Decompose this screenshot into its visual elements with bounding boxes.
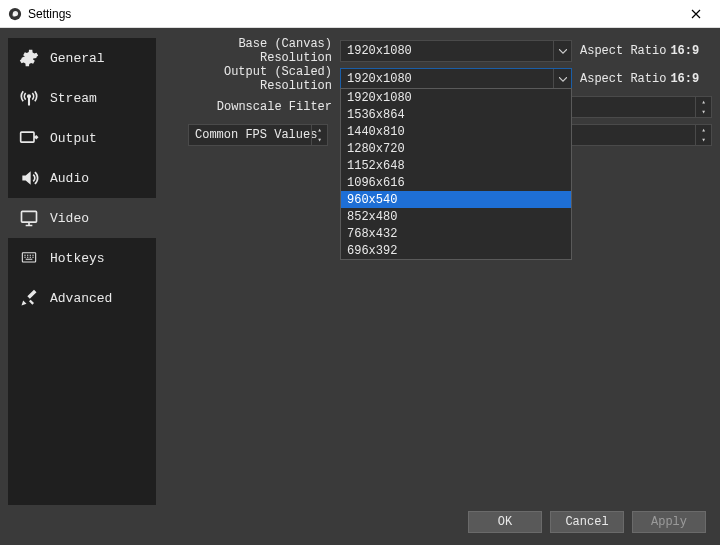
spinner-buttons[interactable]: ▴▾ — [695, 97, 711, 117]
sidebar-item-label: Audio — [50, 171, 89, 186]
svg-point-2 — [12, 13, 16, 17]
sidebar-item-advanced[interactable]: Advanced — [8, 278, 156, 318]
settings-panel-video: Base (Canvas) Resolution 1920x1080 Aspec… — [162, 38, 712, 505]
dropdown-option[interactable]: 1280x720 — [341, 140, 571, 157]
sidebar-item-label: General — [50, 51, 105, 66]
fps-mode-label: Common FPS Values — [195, 128, 317, 142]
dropdown-option[interactable]: 852x480 — [341, 208, 571, 225]
dropdown-option[interactable]: 1440x810 — [341, 123, 571, 140]
sidebar-item-label: Stream — [50, 91, 97, 106]
speaker-icon — [18, 167, 40, 189]
sidebar-item-stream[interactable]: Stream — [8, 78, 156, 118]
sidebar-item-label: Hotkeys — [50, 251, 105, 266]
sidebar-item-video[interactable]: Video — [8, 198, 156, 238]
output-icon — [18, 127, 40, 149]
sidebar-item-label: Output — [50, 131, 97, 146]
monitor-icon — [18, 207, 40, 229]
output-resolution-dropdown[interactable]: 1920x10801536x8641440x8101280x7201152x64… — [340, 88, 572, 260]
base-resolution-combo[interactable]: 1920x1080 — [340, 40, 572, 62]
output-resolution-label: Output (Scaled) Resolution — [162, 65, 332, 93]
dropdown-option[interactable]: 1152x648 — [341, 157, 571, 174]
sidebar-item-output[interactable]: Output — [8, 118, 156, 158]
sidebar-item-general[interactable]: General — [8, 38, 156, 78]
antenna-icon — [18, 87, 40, 109]
spinner-buttons[interactable]: ▴▾ — [311, 125, 327, 145]
sidebar-item-hotkeys[interactable]: Hotkeys — [8, 238, 156, 278]
sidebar-item-label: Video — [50, 211, 89, 226]
fps-mode-combo[interactable]: Common FPS Values ▴▾ — [188, 124, 328, 146]
dropdown-option[interactable]: 1536x864 — [341, 106, 571, 123]
output-resolution-value: 1920x1080 — [347, 72, 412, 86]
gear-icon — [18, 47, 40, 69]
dropdown-option[interactable]: 1096x616 — [341, 174, 571, 191]
base-resolution-label: Base (Canvas) Resolution — [162, 37, 332, 65]
tools-icon — [18, 287, 40, 309]
settings-sidebar: General Stream Output Audio — [8, 38, 156, 505]
output-resolution-combo[interactable]: 1920x1080 — [340, 68, 572, 90]
dropdown-option[interactable]: 768x432 — [341, 225, 571, 242]
cancel-button[interactable]: Cancel — [550, 511, 624, 533]
base-aspect-ratio: Aspect Ratio 16:9 — [580, 44, 710, 58]
sidebar-item-audio[interactable]: Audio — [8, 158, 156, 198]
dropdown-option[interactable]: 696x392 — [341, 242, 571, 259]
base-resolution-value: 1920x1080 — [347, 44, 412, 58]
dialog-footer: OK Cancel Apply — [0, 505, 720, 545]
svg-rect-4 — [21, 132, 34, 142]
sidebar-item-label: Advanced — [50, 291, 112, 306]
chevron-down-icon — [553, 69, 571, 89]
window-close-button[interactable] — [676, 0, 716, 28]
apply-button[interactable]: Apply — [632, 511, 706, 533]
window-title: Settings — [28, 7, 71, 21]
output-aspect-ratio: Aspect Ratio 16:9 — [580, 72, 710, 86]
app-icon — [8, 7, 22, 21]
dropdown-option[interactable]: 1920x1080 — [341, 89, 571, 106]
keyboard-icon — [18, 247, 40, 269]
titlebar: Settings — [0, 0, 720, 28]
spinner-buttons[interactable]: ▴▾ — [695, 125, 711, 145]
ok-button[interactable]: OK — [468, 511, 542, 533]
svg-rect-5 — [22, 211, 37, 222]
dropdown-option[interactable]: 960x540 — [341, 191, 571, 208]
chevron-down-icon — [553, 41, 571, 61]
downscale-filter-label: Downscale Filter — [162, 100, 332, 114]
